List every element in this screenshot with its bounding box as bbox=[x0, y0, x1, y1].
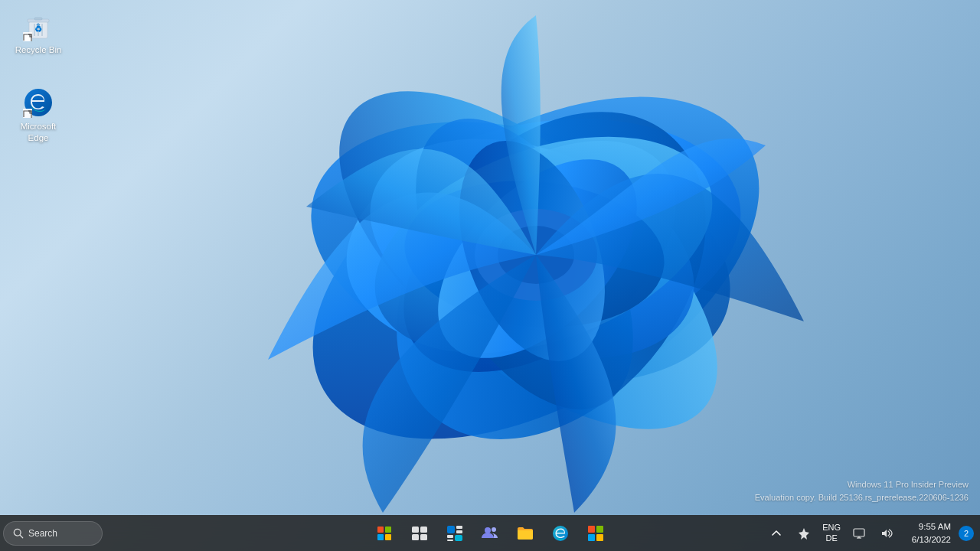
svg-point-1 bbox=[282, 79, 760, 426]
windows-logo bbox=[377, 527, 391, 540]
os-watermark: Windows 11 Pro Insider Preview Evaluatio… bbox=[755, 478, 969, 504]
svg-point-12 bbox=[475, 209, 597, 301]
svg-rect-34 bbox=[447, 540, 453, 541]
language-top: ENG bbox=[822, 523, 841, 533]
svg-rect-35 bbox=[455, 535, 462, 541]
svg-rect-32 bbox=[456, 530, 462, 533]
show-hidden-icons-button[interactable] bbox=[764, 521, 789, 546]
task-view-button[interactable] bbox=[403, 517, 436, 550]
widgets-button[interactable] bbox=[438, 517, 472, 550]
win-sq-green bbox=[385, 527, 391, 533]
svg-point-4 bbox=[334, 51, 769, 500]
monitor-icon bbox=[853, 527, 865, 540]
win-sq-yellow bbox=[385, 534, 391, 540]
language-indicator[interactable]: ENG DE bbox=[819, 521, 844, 544]
language-bottom: DE bbox=[825, 533, 837, 543]
taskbar-right: ENG DE 9:55 AM 6/13/2022 2 bbox=[764, 519, 980, 546]
notification-count: 2 bbox=[964, 529, 969, 538]
search-box[interactable]: Search bbox=[3, 521, 103, 546]
svg-rect-16 bbox=[34, 18, 42, 20]
clock-area[interactable]: 9:55 AM 6/13/2022 bbox=[902, 519, 956, 546]
svg-rect-31 bbox=[456, 526, 462, 529]
svg-point-37 bbox=[492, 527, 496, 532]
desktop: ♻ Recycle Bin bbox=[0, 0, 980, 515]
edge-desktop-icon[interactable]: Microsoft Edge bbox=[8, 84, 69, 147]
teams-chat-button[interactable] bbox=[473, 517, 507, 550]
win-sq-blue bbox=[377, 534, 384, 540]
file-explorer-button[interactable] bbox=[508, 517, 542, 550]
search-icon bbox=[13, 528, 24, 539]
recycle-bin-icon[interactable]: ♻ Recycle Bin bbox=[8, 8, 69, 59]
svg-rect-28 bbox=[412, 534, 419, 540]
start-button[interactable] bbox=[368, 517, 401, 550]
widgets-icon bbox=[446, 524, 464, 543]
svg-point-13 bbox=[498, 226, 574, 284]
taskbar-center bbox=[368, 515, 612, 551]
svg-point-9 bbox=[398, 171, 670, 338]
svg-point-5 bbox=[340, 98, 724, 400]
svg-rect-33 bbox=[447, 535, 453, 538]
display-settings-button[interactable] bbox=[847, 521, 871, 546]
win-sq-red bbox=[377, 527, 384, 533]
wallpaper bbox=[115, 0, 957, 515]
svg-point-8 bbox=[345, 95, 742, 395]
svg-line-25 bbox=[20, 535, 23, 538]
svg-rect-43 bbox=[854, 529, 864, 536]
svg-point-10 bbox=[402, 123, 673, 394]
svg-rect-27 bbox=[420, 527, 427, 533]
recycle-bin-label: Recycle Bin bbox=[15, 44, 62, 56]
svg-text:♻: ♻ bbox=[34, 24, 42, 34]
edge-taskbar-button[interactable] bbox=[544, 517, 577, 550]
volume-icon bbox=[880, 527, 893, 540]
store-taskbar-button[interactable] bbox=[579, 517, 612, 550]
chevron-up-icon bbox=[770, 527, 782, 540]
recycle-bin-image: ♻ bbox=[23, 11, 54, 41]
task-view-icon bbox=[410, 524, 429, 543]
watermark-line2: Evaluation copy. Build 25136.rs_prerelea… bbox=[755, 491, 969, 504]
svg-rect-30 bbox=[447, 526, 455, 533]
svg-rect-40 bbox=[596, 526, 603, 533]
svg-rect-42 bbox=[596, 534, 603, 541]
svg-rect-26 bbox=[412, 527, 419, 533]
search-label: Search bbox=[28, 528, 57, 539]
svg-point-3 bbox=[283, 31, 773, 490]
svg-point-0 bbox=[255, 26, 817, 510]
store-taskbar-icon bbox=[586, 524, 605, 543]
svg-rect-29 bbox=[420, 534, 427, 540]
svg-point-11 bbox=[432, 121, 632, 381]
location-icon bbox=[798, 527, 810, 540]
clock-time: 9:55 AM bbox=[919, 520, 951, 533]
edge-taskbar-icon bbox=[551, 524, 570, 543]
watermark-line1: Windows 11 Pro Insider Preview bbox=[755, 478, 969, 491]
notification-button[interactable]: 2 bbox=[959, 526, 974, 541]
teams-chat-icon bbox=[481, 524, 499, 543]
taskbar: Search bbox=[0, 515, 980, 551]
volume-button[interactable] bbox=[874, 521, 899, 546]
file-explorer-icon bbox=[516, 524, 534, 543]
svg-point-36 bbox=[485, 527, 491, 533]
svg-point-6 bbox=[361, 93, 717, 419]
edge-desktop-label: Microsoft Edge bbox=[11, 121, 66, 144]
taskbar-left: Search bbox=[0, 521, 103, 546]
svg-rect-41 bbox=[588, 534, 595, 541]
location-icon-button[interactable] bbox=[792, 521, 816, 546]
svg-point-7 bbox=[371, 83, 678, 445]
svg-point-2 bbox=[328, 90, 760, 385]
clock-date: 6/13/2022 bbox=[912, 533, 951, 546]
edge-image bbox=[23, 87, 54, 118]
svg-rect-39 bbox=[588, 526, 595, 533]
